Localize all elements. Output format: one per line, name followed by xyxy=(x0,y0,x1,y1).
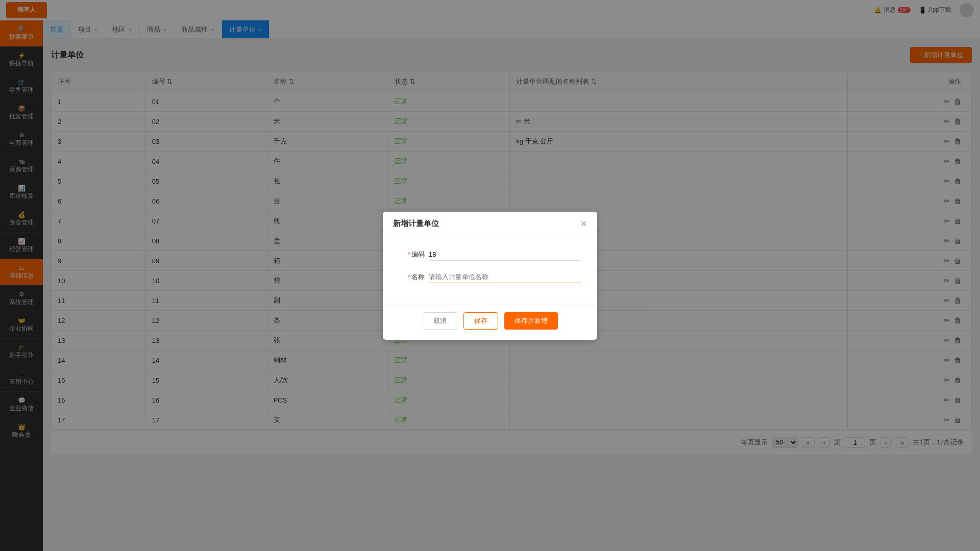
name-input[interactable] xyxy=(429,271,581,283)
add-unit-modal: 新增计量单位 ✕ 编码 名称 取消 保存 保存并新增 xyxy=(383,212,597,340)
modal-close-button[interactable]: ✕ xyxy=(580,219,587,229)
modal-title: 新增计量单位 xyxy=(393,219,439,229)
name-label: 名称 xyxy=(399,272,425,282)
save-button[interactable]: 保存 xyxy=(463,312,498,330)
save-and-new-button[interactable]: 保存并新增 xyxy=(504,312,558,330)
name-form-row: 名称 xyxy=(399,271,581,283)
cancel-button[interactable]: 取消 xyxy=(423,312,457,330)
modal-footer: 取消 保存 保存并新增 xyxy=(383,306,597,340)
code-form-row: 编码 xyxy=(399,248,581,261)
modal-header: 新增计量单位 ✕ xyxy=(383,212,597,236)
modal-overlay: 新增计量单位 ✕ 编码 名称 取消 保存 保存并新增 xyxy=(0,0,980,551)
modal-body: 编码 名称 xyxy=(383,236,597,306)
code-label: 编码 xyxy=(399,250,425,259)
code-input[interactable] xyxy=(429,248,581,261)
